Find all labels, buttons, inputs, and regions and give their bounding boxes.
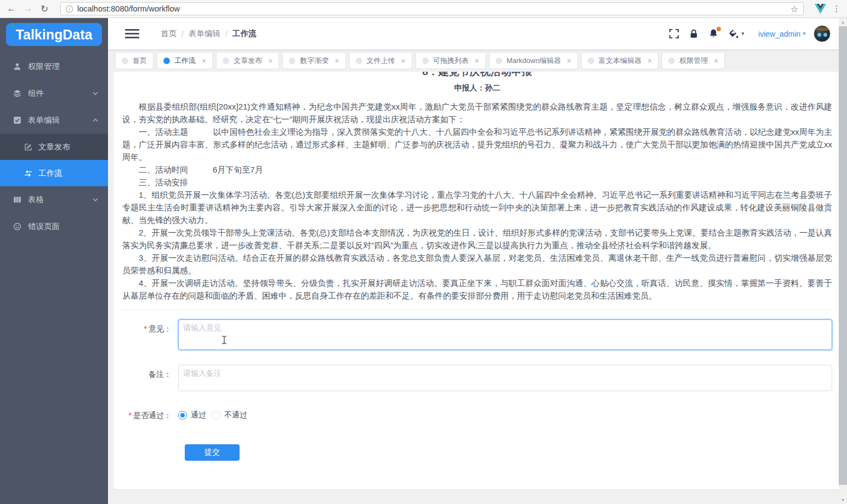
sidebar-item-permissions[interactable]: 权限管理 (0, 53, 108, 80)
tab-label: 权限管理 (679, 56, 708, 66)
note-label-text: 备注： (149, 370, 172, 379)
lock-icon[interactable] (689, 28, 699, 39)
tab-close-icon[interactable]: × (475, 57, 479, 65)
radio-label: 不通过 (224, 410, 247, 420)
tab-label: 首页 (133, 56, 147, 66)
sidebar-item-label: 错误页面 (28, 221, 60, 232)
opinion-control (178, 319, 832, 350)
avatar[interactable] (814, 25, 831, 42)
sidebar-item-tables[interactable]: 表格 (0, 186, 108, 213)
note-control (178, 365, 832, 391)
tab-label: 文件上传 (367, 56, 395, 66)
tab-markdown-editor[interactable]: Markdown编辑器 × (489, 52, 578, 69)
tab-label: 可拖拽列表 (433, 56, 469, 66)
tab-file-upload[interactable]: 文件上传 × (349, 52, 412, 69)
browser-back-icon[interactable]: ← (3, 3, 20, 14)
tab-label: 数字渐变 (300, 56, 328, 66)
sidebar-item-label: 表单编辑 (28, 115, 60, 125)
section-divider (122, 310, 832, 310)
document-body: 根据县委组织部(组织[20xx]21)文件通知精神，为纪念中国共产党建党xx周年… (122, 100, 832, 302)
browser-toolbar: ← → ↻ i localhost:8080/form/workflow ☆ ⋮ (0, 0, 847, 18)
scroll-down-icon[interactable]: ▼ (839, 496, 847, 504)
tab-dot-icon (289, 58, 295, 64)
tab-close-icon[interactable]: × (567, 57, 571, 65)
tab-draggable-list[interactable]: 可拖拽列表 × (416, 52, 486, 69)
tab-dot-icon (588, 58, 594, 64)
submit-row: 提交 (185, 444, 832, 461)
tab-close-icon[interactable]: × (401, 57, 406, 65)
tab-dot-icon (122, 58, 128, 64)
tab-home[interactable]: 首页 (115, 52, 154, 69)
breadcrumb-separator: / (225, 30, 228, 38)
vue-devtools-icon[interactable] (815, 4, 826, 14)
opinion-label: *意见： (122, 319, 178, 350)
tab-close-icon[interactable]: × (334, 57, 339, 65)
opinion-textarea[interactable] (178, 319, 832, 350)
app-logo[interactable]: TalkingData (6, 23, 102, 46)
chevron-down-icon (93, 91, 98, 95)
tab-article-publish[interactable]: 文章发布 × (216, 52, 279, 69)
bookmark-star-icon[interactable]: ☆ (791, 4, 798, 14)
fullscreen-icon[interactable] (669, 28, 679, 39)
sidebar-item-error-pages[interactable]: 错误页面 (0, 213, 108, 240)
menu-toggle-icon[interactable] (125, 27, 139, 41)
note-row: 备注： (122, 365, 832, 391)
pass-radio-group: 通过 不通过 (178, 406, 832, 421)
workflow-card: 8：建党节庆祝活动申报 申报人：孙二 根据县委组织部(组织[20xx]21)文件… (113, 72, 841, 489)
sidebar-item-label: 组件 (28, 88, 44, 99)
layers-icon (13, 89, 22, 98)
sidebar-item-label: 表格 (28, 194, 44, 205)
radio-not-pass[interactable]: 不通过 (212, 410, 247, 420)
text-cursor-pointer-icon (221, 335, 228, 345)
sidebar-item-form-edit[interactable]: 表单编辑 (0, 107, 108, 134)
user-dropdown[interactable]: iview_admin ▼ (758, 30, 806, 38)
url-text[interactable]: localhost:8080/form/workflow (77, 4, 791, 13)
doc-paragraph: 4、开展一次调研走访活动。坚持领导带头、分级负责，扎实开展好调研走访活动。要真正… (122, 277, 832, 302)
tab-close-icon[interactable]: × (202, 57, 206, 65)
sidebar-item-components[interactable]: 组件 (0, 80, 108, 107)
address-bar[interactable]: i localhost:8080/form/workflow ☆ (60, 2, 804, 15)
app-frame: TalkingData 权限管理 组件 (0, 18, 847, 504)
pass-label: *是否通过： (122, 406, 178, 421)
tab-label: 文章发布 (234, 56, 262, 66)
chevron-up-icon (93, 118, 98, 122)
page-scrollbar[interactable]: ▲ ▼ (839, 18, 847, 504)
browser-menu-icon[interactable]: ⋮ (829, 4, 844, 14)
note-label: 备注： (122, 365, 178, 391)
tab-close-icon[interactable]: × (647, 57, 652, 65)
tab-label: 富文本编辑器 (599, 56, 641, 66)
opinion-label-text: 意见： (149, 324, 172, 333)
logo-green-dot (12, 25, 14, 27)
tab-permissions[interactable]: 权限管理 × (662, 52, 725, 69)
doc-paragraph: 1、组织党员开展一次集体学习活动。各党(总)支部要组织开展一次集体学习讨论，重点… (122, 188, 832, 226)
tab-close-icon[interactable]: × (714, 57, 718, 65)
breadcrumb-form-edit[interactable]: 表单编辑 (189, 28, 220, 39)
tab-workflow[interactable]: 工作流 × (157, 52, 213, 69)
applicant-line: 申报人：孙二 (122, 83, 832, 93)
browser-forward-icon[interactable]: → (20, 3, 36, 14)
radio-pass[interactable]: 通过 (178, 410, 206, 420)
breadcrumb-home[interactable]: 首页 (161, 28, 177, 39)
sidebar-item-article-publish[interactable]: 文章发布 (0, 134, 108, 160)
submit-button[interactable]: 提交 (185, 444, 240, 461)
sidebar-item-workflow[interactable]: 工作流 (0, 160, 108, 186)
sidebar: TalkingData 权限管理 组件 (0, 18, 108, 504)
pass-label-text: 是否通过： (133, 411, 172, 420)
tab-label: 工作流 (174, 56, 196, 66)
tab-dot-icon (223, 58, 229, 64)
opinion-row: *意见： (122, 319, 832, 350)
browser-reload-icon[interactable]: ↻ (36, 3, 53, 15)
document-title: 8：建党节庆祝活动申报 (122, 72, 832, 79)
scrollbar-thumb[interactable] (839, 26, 847, 485)
theme-paint-icon[interactable]: ▼ (728, 28, 745, 39)
checkbox-icon (13, 116, 22, 124)
tab-rich-text-editor[interactable]: 富文本编辑器 × (581, 52, 658, 69)
tab-close-icon[interactable]: × (268, 57, 272, 65)
notification-bell-icon[interactable] (708, 28, 719, 39)
scroll-up-icon[interactable]: ▲ (839, 18, 847, 26)
breadcrumb: 首页 / 表单编辑 / 工作流 (161, 28, 257, 39)
username-text: iview_admin (758, 30, 800, 38)
note-textarea[interactable] (178, 365, 832, 391)
page-info-icon[interactable]: i (66, 5, 73, 13)
tab-count-to[interactable]: 数字渐变 × (282, 52, 345, 69)
